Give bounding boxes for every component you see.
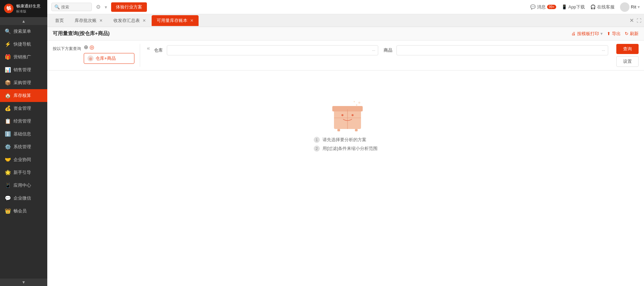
svg-point-8 (356, 104, 357, 106)
topbar-gear-icon[interactable]: ⚙ (95, 2, 102, 11)
tabs-actions: ✕ ⛶ (629, 17, 641, 24)
scheme-warehouse-goods[interactable]: ◎ 仓库+商品 (84, 53, 134, 64)
sidebar-item-app-center[interactable]: 📱 应用中心 (0, 179, 47, 192)
empty-hints: 1 请先选择要分析的方案 2 用[过滤]条件来缩小分析范围 (314, 137, 378, 152)
tab-receive-summary-close[interactable]: ✕ (143, 19, 146, 23)
topbar-dropdown-icon[interactable]: ▾ (105, 4, 107, 10)
tab-receive-summary[interactable]: 收发存汇总表 ✕ (108, 15, 151, 26)
scheme-settings-btn[interactable]: ◎ (89, 44, 94, 50)
goods-input[interactable]: ··· (396, 45, 608, 55)
sidebar-scroll-up[interactable]: ▲ (0, 18, 47, 25)
page-header: 可用量查询(按仓库+商品) 🖨 按模板打印 ▾ ⬆ 导出 ↻ 刷新 (47, 27, 644, 41)
sidebar-scroll-down[interactable]: ▼ (0, 279, 47, 286)
user-dropdown-icon: ▾ (638, 4, 640, 9)
refresh-icon: ↻ (625, 31, 628, 36)
warehouse-more-btn[interactable]: ··· (372, 48, 375, 53)
guide-icon: 🌟 (5, 170, 11, 176)
avatar-image (620, 2, 629, 12)
sidebar-item-enterprise[interactable]: 🤝 企业协同 (0, 153, 47, 166)
sidebar: 畅 畅康通好生意 标准版 ▲ 🔍 搜索菜单 ⚡ 快捷导航 🎁 营销推广 📊 销售… (0, 0, 47, 286)
svg-point-10 (354, 101, 355, 102)
warehouse-label: 仓库 (154, 47, 164, 53)
logo-text: 畅康通好生意 标准版 (16, 3, 41, 14)
member-icon: 👑 (5, 208, 11, 214)
purchase-icon: 📦 (5, 80, 11, 86)
svg-point-9 (358, 102, 360, 104)
svg-rect-7 (355, 129, 358, 131)
sidebar-item-shortcut[interactable]: ⚡ 快捷导航 (0, 38, 47, 51)
basic-info-icon: ℹ️ (5, 131, 11, 137)
goods-more-btn[interactable]: ··· (602, 48, 605, 53)
topbar-search-box[interactable]: 🔍 (51, 3, 92, 11)
filter-divider (140, 44, 140, 67)
filter-fields: 仓库 ··· 商品 ··· (154, 44, 608, 57)
tabs-bar: 首页 库存批次账 ✕ 收发存汇总表 ✕ 可用量库存账本 ✕ ✕ ⛶ (47, 14, 644, 27)
tab-expand-icon[interactable]: ⛶ (637, 18, 641, 23)
tab-batch-ledger-close[interactable]: ✕ (99, 19, 103, 23)
tab-available-ledger-close[interactable]: ✕ (190, 19, 194, 23)
export-btn[interactable]: ⬆ 导出 (607, 31, 621, 37)
printer-icon: 🖨 (571, 31, 576, 36)
filter-field-warehouse: 仓库 ··· (154, 45, 379, 55)
sidebar-item-system[interactable]: ⚙️ 系统管理 (0, 140, 47, 153)
search-menu-icon: 🔍 (5, 28, 11, 34)
wechat-icon: 💬 (5, 195, 11, 201)
enterprise-icon: 🤝 (5, 157, 11, 163)
operations-icon: 📋 (5, 118, 11, 124)
sidebar-item-search[interactable]: 🔍 搜索菜单 (0, 25, 47, 38)
online-service-btn[interactable]: 🎧 在线客服 (590, 4, 615, 10)
app-download-btn[interactable]: 📱 App下载 (562, 4, 585, 10)
sidebar-item-purchase[interactable]: 📦 采购管理 (0, 76, 47, 89)
topbar: 🔍 ⚙ ▾ 体验行业方案 💬 消息 99+ 📱 App下载 🎧 在线客服 Rit (47, 0, 644, 14)
topbar-right-actions: 💬 消息 99+ 📱 App下载 🎧 在线客服 Rit ▾ (530, 2, 640, 12)
empty-state: 1 请先选择要分析的方案 2 用[过滤]条件来缩小分析范围 (47, 71, 644, 179)
tab-available-ledger[interactable]: 可用量库存账本 ✕ (152, 15, 199, 26)
empty-icon (329, 98, 363, 131)
warehouse-input[interactable]: ··· (167, 45, 379, 55)
sidebar-item-guide[interactable]: 🌟 新手引导 (0, 166, 47, 179)
add-scheme-btn[interactable]: ⊕ (84, 44, 88, 50)
finance-icon: 💰 (5, 105, 11, 111)
message-badge: 99+ (547, 5, 556, 9)
search-input[interactable] (61, 5, 88, 9)
empty-hint-1: 1 请先选择要分析的方案 (314, 137, 378, 143)
export-icon: ⬆ (607, 31, 611, 36)
sidebar-item-finance[interactable]: 💰 资金管理 (0, 102, 47, 115)
trial-industry-button[interactable]: 体验行业方案 (111, 2, 147, 12)
settings-button[interactable]: 设置 (616, 56, 639, 67)
sales-icon: 📊 (5, 67, 11, 73)
user-avatar[interactable]: Rit ▾ (620, 2, 640, 12)
sidebar-logo: 畅 畅康通好生意 标准版 (0, 0, 47, 18)
sidebar-item-sales[interactable]: 📊 销售管理 (0, 63, 47, 76)
sidebar-item-wechat[interactable]: 💬 企业微信 (0, 192, 47, 205)
marketing-icon: 🎁 (5, 54, 11, 60)
tab-home[interactable]: 首页 (50, 15, 69, 26)
app-center-icon: 📱 (5, 182, 11, 188)
service-icon: 🎧 (590, 4, 596, 9)
sidebar-item-basic-info[interactable]: ℹ️ 基础信息 (0, 128, 47, 140)
empty-box-svg (329, 98, 366, 131)
content-area: 可用量查询(按仓库+商品) 🖨 按模板打印 ▾ ⬆ 导出 ↻ 刷新 按以下方案 (47, 27, 644, 286)
query-button[interactable]: 查询 (616, 44, 639, 54)
sidebar-item-operations[interactable]: 📋 经营管理 (0, 115, 47, 128)
tab-close-all-icon[interactable]: ✕ (629, 17, 634, 24)
filter-collapse-btn[interactable]: « (146, 44, 151, 53)
page-actions: 🖨 按模板打印 ▾ ⬆ 导出 ↻ 刷新 (571, 31, 639, 37)
empty-hint-2: 2 用[过滤]条件来缩小分析范围 (314, 146, 378, 152)
page-title: 可用量查询(按仓库+商品) (53, 30, 110, 37)
svg-point-4 (341, 114, 343, 116)
tab-batch-ledger[interactable]: 库存批次账 ✕ (70, 15, 108, 26)
sidebar-item-inventory[interactable]: 🏠 库存核算 (0, 89, 47, 102)
message-btn[interactable]: 💬 消息 99+ (530, 4, 556, 10)
hint-num-1: 1 (314, 137, 320, 143)
filter-schemes-header: ⊕ ◎ (84, 44, 134, 50)
svg-rect-6 (337, 129, 340, 131)
filter-panel: 按以下方案查询 ⊕ ◎ ◎ 仓库+商品 « 仓库 (47, 41, 644, 71)
message-icon: 💬 (530, 4, 536, 9)
print-template-btn[interactable]: 🖨 按模板打印 ▾ (571, 31, 603, 37)
refresh-btn[interactable]: ↻ 刷新 (625, 31, 639, 37)
sidebar-item-member[interactable]: 👑 畅会员 (0, 205, 47, 217)
logo-icon: 畅 (4, 4, 14, 13)
print-dropdown-icon: ▾ (600, 31, 603, 36)
sidebar-item-marketing[interactable]: 🎁 营销推广 (0, 51, 47, 63)
